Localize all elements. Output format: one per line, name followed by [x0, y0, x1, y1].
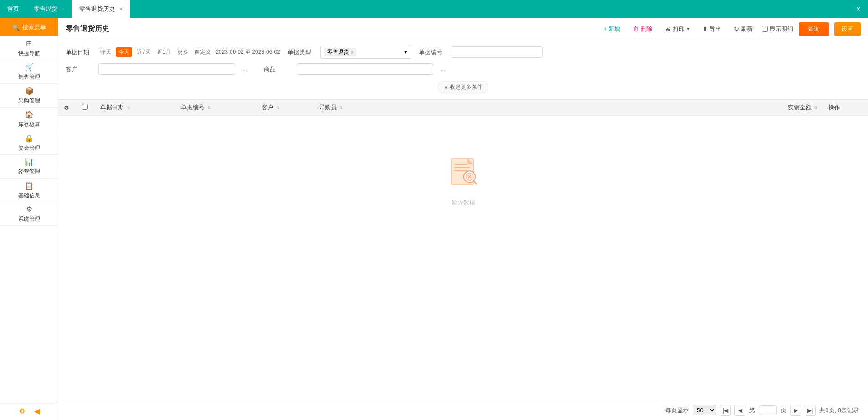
- sidebar-item-quick-nav[interactable]: ⊞ 快捷导航: [0, 36, 58, 60]
- next-page-button[interactable]: ▶: [790, 405, 801, 416]
- th-date: 单据日期 ⇅: [95, 100, 175, 116]
- refresh-icon: ↻: [734, 26, 739, 32]
- sidebar-item-label-system-mgmt: 系统管理: [18, 215, 40, 223]
- sidebar-item-label-inventory: 库存核算: [18, 121, 40, 128]
- sort-amount-icon[interactable]: ⇅: [814, 105, 817, 110]
- new-button[interactable]: + 新增: [600, 23, 624, 35]
- sidebar-item-label-sales-mgmt: 销售管理: [18, 73, 40, 81]
- date-btn-today[interactable]: 今天: [116, 47, 132, 57]
- th-settings[interactable]: ⚙: [58, 100, 77, 116]
- print-dropdown-icon: ▾: [687, 26, 690, 32]
- sort-date-icon[interactable]: ⇅: [127, 105, 130, 110]
- collapse-button[interactable]: ∧ 收起更多条件: [438, 81, 488, 93]
- settings-button[interactable]: 设置: [834, 22, 861, 36]
- sort-customer-icon[interactable]: ⇅: [276, 105, 280, 110]
- sort-number-icon[interactable]: ⇅: [207, 105, 211, 110]
- sort-guide-icon[interactable]: ⇅: [339, 105, 343, 110]
- customer-filter-dots: ...: [242, 66, 247, 72]
- sidebar-item-finance[interactable]: 🔒 资金管理: [0, 131, 58, 155]
- date-btn-more[interactable]: 更多: [175, 47, 190, 57]
- show-detail-wrapper: 显示明细: [762, 25, 793, 33]
- export-icon: ⬆: [703, 26, 708, 32]
- top-bar: 首页 零售退货 × 零售退货历史 × ×: [0, 0, 868, 18]
- collapse-row: ∧ 收起更多条件: [66, 79, 861, 95]
- filter-row-1: 单据日期 昨天 今天 近7天 近1月 更多 自定义 2023-06-02 至 2…: [66, 46, 861, 59]
- page-number-input[interactable]: 1: [759, 405, 777, 415]
- th-amount: 实销金额 ⇅: [742, 100, 823, 116]
- filter-area: 单据日期 昨天 今天 近7天 近1月 更多 自定义 2023-06-02 至 2…: [58, 40, 868, 99]
- tab-retail-return-history[interactable]: 零售退货历史 ×: [72, 0, 129, 18]
- top-bar-right: ×: [856, 5, 868, 14]
- inventory-icon: 🏠: [25, 110, 34, 119]
- type-filter-tag: 零售退货 ×: [324, 48, 356, 56]
- date-btn-7days[interactable]: 近7天: [135, 47, 153, 57]
- sidebar-item-label-finance: 资金管理: [18, 144, 40, 152]
- th-number: 单据编号 ⇅: [175, 100, 256, 116]
- finance-icon: 🔒: [25, 134, 34, 143]
- goods-filter-input[interactable]: [297, 63, 433, 75]
- date-btn-1month[interactable]: 近1月: [155, 47, 173, 57]
- close-retail-return-tab[interactable]: ×: [62, 6, 65, 12]
- th-customer: 客户 ⇅: [256, 100, 313, 116]
- date-btn-yesterday[interactable]: 昨天: [98, 47, 113, 57]
- collapse-sidebar-icon[interactable]: ◀: [34, 407, 40, 415]
- date-btn-custom[interactable]: 自定义: [193, 47, 213, 57]
- refresh-button[interactable]: ↻ 刷新: [730, 23, 756, 35]
- number-filter-input[interactable]: [452, 46, 543, 58]
- sales-mgmt-icon: 🛒: [25, 63, 34, 72]
- pagination-bar: 每页显示 10 20 50 100 |◀ ◀ 第 1 页 ▶ ▶| 共0页, 0…: [58, 400, 868, 420]
- prev-page-button[interactable]: ◀: [734, 405, 745, 416]
- sidebar-item-purchase-mgmt[interactable]: 📦 采购管理: [0, 84, 58, 108]
- collapse-label: 收起更多条件: [450, 83, 483, 91]
- per-page-select[interactable]: 10 20 50 100: [693, 405, 716, 415]
- table-header-row: ⚙ 单据日期 ⇅ 单据编号 ⇅ 客户: [58, 100, 868, 116]
- sidebar-item-operations[interactable]: 📊 经营管理: [0, 155, 58, 179]
- sidebar-item-label-quick-nav: 快捷导航: [18, 50, 40, 57]
- sidebar-bottom: ⚙ ◀: [0, 402, 58, 420]
- empty-state: 暂无数据: [58, 116, 868, 243]
- table-body: 暂无数据: [58, 116, 868, 244]
- type-filter-select[interactable]: 零售退货 × ▾: [320, 46, 411, 59]
- type-filter-tag-close[interactable]: ×: [351, 50, 354, 55]
- tab-home[interactable]: 首页: [0, 0, 26, 18]
- sidebar-item-inventory[interactable]: 🏠 库存核算: [0, 108, 58, 131]
- data-table: ⚙ 单据日期 ⇅ 单据编号 ⇅ 客户: [58, 99, 868, 243]
- th-spacer: [382, 100, 742, 116]
- sidebar-item-sales-mgmt[interactable]: 🛒 销售管理: [0, 60, 58, 84]
- delete-button[interactable]: 🗑 删除: [629, 23, 656, 35]
- show-detail-checkbox[interactable]: [762, 26, 768, 32]
- type-filter-label: 单据类型: [288, 48, 313, 56]
- quick-nav-icon: ⊞: [26, 39, 32, 48]
- customer-filter-input[interactable]: [98, 63, 235, 75]
- sidebar-item-system-mgmt[interactable]: ⚙ 系统管理: [0, 202, 58, 226]
- page-title: 零售退货历史: [66, 24, 600, 34]
- sidebar-search[interactable]: 🔍 搜索菜单: [0, 18, 58, 36]
- last-page-button[interactable]: ▶|: [805, 405, 816, 416]
- sidebar-item-basic-info[interactable]: 📋 基础信息: [0, 179, 58, 202]
- total-records-label: 共0页, 0条记录: [819, 406, 859, 415]
- settings-bottom-icon[interactable]: ⚙: [19, 407, 25, 415]
- filter-row-2: 客户 ... 商品 ...: [66, 63, 861, 75]
- app-close-button[interactable]: ×: [856, 5, 861, 14]
- th-guide: 导购员 ⇅: [313, 100, 382, 116]
- select-all-checkbox[interactable]: [82, 104, 88, 110]
- first-page-button[interactable]: |◀: [720, 405, 731, 416]
- svg-rect-3: [454, 170, 468, 172]
- query-button[interactable]: 查询: [799, 22, 829, 36]
- print-button[interactable]: 🖨 打印 ▾: [662, 23, 693, 35]
- page-header: 零售退货历史 + 新增 🗑 删除 🖨 打印 ▾ ⬆ 导出 ↻ 刷新: [58, 18, 868, 40]
- tab-retail-return[interactable]: 零售退货 ×: [26, 0, 72, 18]
- th-actions: 操作: [823, 100, 868, 116]
- page-unit-label: 页: [781, 406, 786, 415]
- customer-filter-label: 客户: [66, 65, 91, 73]
- basic-info-icon: 📋: [25, 181, 34, 190]
- th-checkbox[interactable]: [77, 100, 95, 116]
- show-detail-label: 显示明细: [770, 25, 793, 33]
- close-retail-return-history-tab[interactable]: ×: [119, 6, 122, 12]
- number-filter-label: 单据编号: [419, 48, 444, 56]
- table-area: ⚙ 单据日期 ⇅ 单据编号 ⇅ 客户: [58, 99, 868, 400]
- goods-filter-label: 商品: [264, 65, 289, 73]
- sidebar-item-label-operations: 经营管理: [18, 168, 40, 176]
- header-actions: + 新增 🗑 删除 🖨 打印 ▾ ⬆ 导出 ↻ 刷新 显示明细: [600, 22, 861, 36]
- export-button[interactable]: ⬆ 导出: [699, 23, 725, 35]
